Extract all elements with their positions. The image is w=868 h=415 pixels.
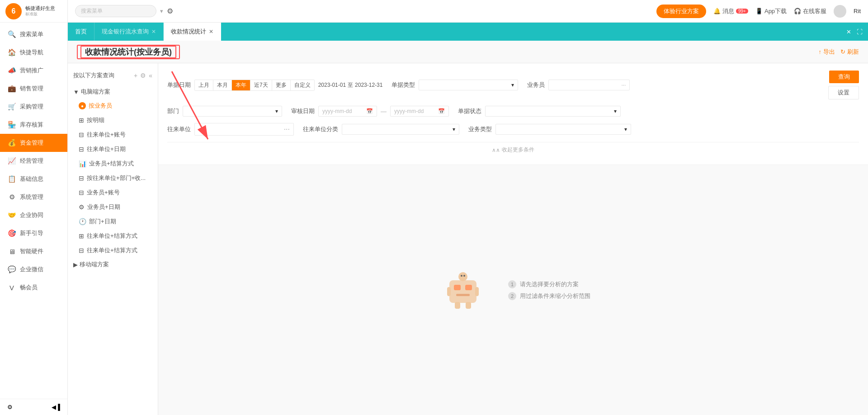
tab-bank-close[interactable]: ✕ [151, 28, 156, 35]
service-label: 在线客服 [803, 7, 826, 15]
footer-collapse-icon[interactable]: ◀▐ [52, 404, 60, 410]
date-field: 单据日期 上月 本月 本年 近7天 更多 自定义 2023-01-01 至 [167, 80, 382, 91]
filter-item-counterpart-dept[interactable]: ⊟ 按往来单位+部门+收... [68, 171, 158, 185]
sidebar-item-sales[interactable]: 💼 销售管理 [0, 80, 67, 98]
filter-item-label: 往来单位+结算方式 [87, 246, 137, 255]
doc-status-field: 单据状态 ▾ [458, 106, 621, 117]
refresh-button[interactable]: ↻ 刷新 [840, 48, 859, 56]
counterpart-cat-select[interactable]: ▾ [342, 124, 459, 135]
audit-date-field: 审核日期 yyyy-mm-dd 📅 — yyyy-mm-dd 📅 [291, 106, 449, 117]
search-row-1: 单据日期 上月 本月 本年 近7天 更多 自定义 2023-01-01 至 [167, 71, 859, 99]
svg-rect-4 [447, 287, 451, 296]
sidebar-item-search[interactable]: 🔍 搜索菜单 [0, 25, 67, 43]
sidebar-item-label: 资金管理 [20, 139, 43, 147]
collapse-bar[interactable]: ∧∧ 收起更多条件 [167, 142, 859, 157]
svg-rect-3 [456, 294, 470, 296]
date-tab-custom[interactable]: 自定义 [291, 80, 314, 90]
filter-section-desktop[interactable]: ▼ 电脑端方案 [68, 85, 158, 99]
refresh-label: 刷新 [847, 48, 859, 56]
online-service-btn[interactable]: 🎧 在线客服 [794, 7, 826, 15]
footer-settings-icon[interactable]: ⚙ [7, 404, 13, 410]
tab-home[interactable]: 首页 [68, 23, 94, 41]
section-label: 电脑端方案 [81, 88, 110, 96]
tab-receipt[interactable]: 收款情况统计 ✕ [164, 23, 221, 41]
trial-button[interactable]: 体验行业方案 [656, 5, 706, 18]
topbar-left: 搜索菜单 ▾ ⚙ [75, 5, 173, 17]
doc-status-select[interactable]: ▾ [485, 106, 621, 117]
date-tab-last-month[interactable]: 上月 [195, 80, 213, 90]
app-download-btn[interactable]: 📱 App下载 [755, 7, 787, 15]
collapse-label: 收起更多条件 [502, 146, 534, 154]
date-tab-this-month[interactable]: 本月 [213, 80, 232, 90]
empty-svg [436, 262, 490, 316]
empty-illustration [436, 262, 490, 318]
filter-settings-btn[interactable]: ⚙ [140, 72, 146, 79]
sidebar-item-guide[interactable]: 🎯 新手引导 [0, 224, 67, 242]
query-button[interactable]: 查询 [829, 71, 859, 83]
sidebar-item-enterprise[interactable]: 🤝 企业协同 [0, 206, 67, 224]
filter-item-salesperson-account[interactable]: ⊟ 业务员+账号 [68, 185, 158, 200]
audit-date-dash: — [381, 108, 387, 115]
topbar-settings-icon[interactable]: ⚙ [167, 7, 173, 15]
sidebar-item-basic[interactable]: 📋 基础信息 [0, 170, 67, 188]
sidebar-item-purchase[interactable]: 🛒 采购管理 [0, 98, 67, 116]
filter-item-counterpart-settle2[interactable]: ⊟ 往来单位+结算方式 [68, 243, 158, 258]
item-icon: ⊟ [79, 247, 84, 254]
doc-type-field: 单据类型 ▾ [392, 80, 518, 90]
filter-item-counterpart-settle1[interactable]: ⊞ 往来单位+结算方式 [68, 229, 158, 243]
tab-minimize-icon[interactable]: ✕ [846, 28, 851, 35]
tip-1-text: 请先选择要分析的方案 [520, 280, 579, 288]
sidebar-item-operations[interactable]: 📈 经营管理 [0, 152, 67, 170]
filter-item-by-detail[interactable]: ⊞ 按明细 [68, 113, 158, 127]
filter-collapse-btn[interactable]: « [149, 72, 152, 79]
inventory-icon: 🏪 [7, 120, 16, 129]
sidebar-item-hardware[interactable]: 🖥 智能硬件 [0, 242, 67, 260]
calendar-icon-from: 📅 [366, 108, 373, 114]
audit-date-from[interactable]: yyyy-mm-dd 📅 [318, 106, 377, 117]
sidebar-item-shortcut[interactable]: 🏠 快捷导航 [0, 43, 67, 61]
filter-item-by-salesperson[interactable]: ● 按业务员 [68, 99, 158, 113]
filter-item-dept-date[interactable]: 🕐 部门+日期 [68, 214, 158, 229]
tab-receipt-close[interactable]: ✕ [209, 28, 213, 35]
tab-maximize-icon[interactable]: ⛶ [857, 28, 863, 35]
counterpart-field: 往来单位 ··· [167, 123, 294, 136]
filter-section-mobile[interactable]: ▶ 移动端方案 [68, 258, 158, 271]
counterpart-select[interactable]: ··· [194, 123, 294, 136]
settings-button[interactable]: 设置 [828, 86, 859, 99]
operations-icon: 📈 [7, 156, 16, 165]
messages-btn[interactable]: 🔔 消息 99+ [713, 7, 748, 15]
user-avatar[interactable] [834, 5, 846, 18]
biz-type-dropdown: ▾ [624, 126, 627, 132]
topbar-right: 体验行业方案 🔔 消息 99+ 📱 App下载 🎧 在线客服 Rit [656, 5, 861, 18]
tab-bank[interactable]: 现金银行流水查询 ✕ [94, 23, 164, 41]
date-tab-7days[interactable]: 近7天 [250, 80, 272, 90]
filter-item-counterpart-account[interactable]: ⊟ 往来单位+账号 [68, 127, 158, 142]
salesperson-more[interactable]: ··· [621, 82, 626, 88]
salesperson-select[interactable]: ··· [548, 80, 630, 90]
item-icon: ⊟ [79, 131, 84, 138]
export-button[interactable]: ↑ 导出 [819, 48, 835, 56]
filter-item-label: 往来单位+结算方式 [87, 232, 137, 240]
sidebar-item-finance[interactable]: 💰 资金管理 [0, 134, 67, 152]
date-tab-more[interactable]: 更多 [272, 80, 291, 90]
filter-item-counterpart-date[interactable]: ⊟ 往来单位+日期 [68, 142, 158, 156]
topbar-dropdown-icon[interactable]: ▾ [160, 8, 163, 14]
dept-select[interactable]: ▾ [183, 106, 282, 117]
edition-badge: 标准版 [25, 11, 55, 17]
biz-type-select[interactable]: ▾ [495, 124, 631, 135]
sidebar-item-system[interactable]: ⚙ 系统管理 [0, 188, 67, 206]
date-tab-this-year[interactable]: 本年 [232, 80, 250, 90]
doc-type-select[interactable]: ▾ [419, 80, 518, 90]
sidebar-item-marketing[interactable]: 📣 营销推广 [0, 61, 67, 80]
sidebar-logo: 6 畅捷通好生意 标准版 [0, 0, 67, 23]
sidebar-item-member[interactable]: V 畅会员 [0, 278, 67, 297]
filter-add-btn[interactable]: + [134, 72, 137, 79]
filter-item-salesperson-date[interactable]: ⚙ 业务员+日期 [68, 200, 158, 214]
sidebar-item-wechat[interactable]: 💬 企业微信 [0, 260, 67, 278]
sidebar-item-inventory[interactable]: 🏪 库存核算 [0, 116, 67, 134]
audit-date-to[interactable]: yyyy-mm-dd 📅 [390, 106, 449, 117]
empty-content: 1 请先选择要分析的方案 2 用过滤条件来缩小分析范围 [436, 262, 590, 318]
counterpart-more[interactable]: ··· [284, 125, 290, 133]
svg-rect-2 [465, 285, 472, 290]
filter-item-salesperson-settle[interactable]: 📊 业务员+结算方式 [68, 156, 158, 171]
